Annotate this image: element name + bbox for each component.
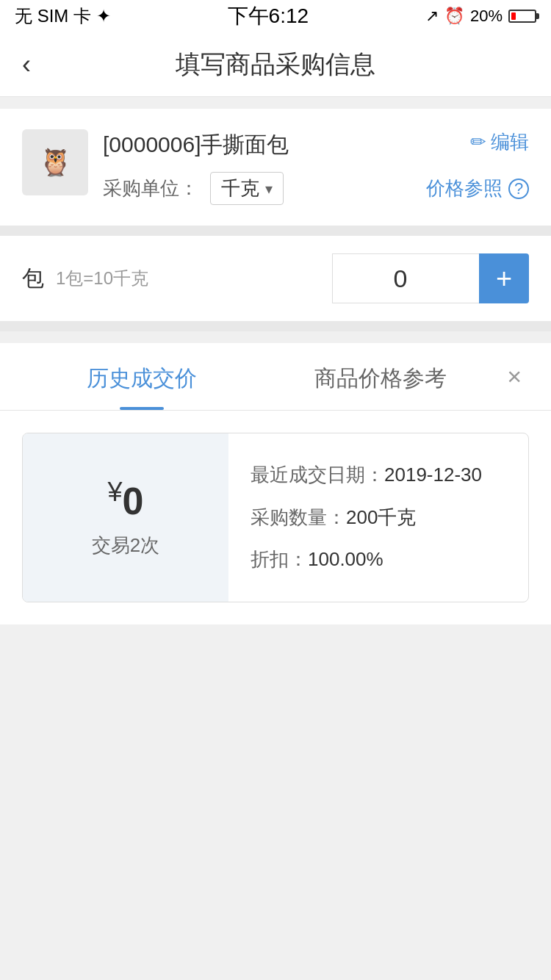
price-ref-label: 价格参照 — [426, 176, 503, 201]
product-left: 🦉 [0000006]手撕面包 采购单位： 千克 ▾ — [22, 129, 426, 205]
bag-label: 包 — [22, 264, 44, 294]
recent-date-label: 最近成交日期： — [251, 464, 384, 486]
battery-icon — [508, 10, 536, 23]
product-info: [0000006]手撕面包 采购单位： 千克 ▾ — [103, 129, 426, 205]
battery-percent: 20% — [470, 7, 503, 26]
dropdown-arrow-icon: ▾ — [265, 180, 273, 198]
edit-label: 编辑 — [491, 129, 529, 155]
bag-ratio: 1包=10千克 — [56, 267, 148, 290]
recent-date-value: 2019-12-30 — [384, 464, 482, 486]
price-value: 0 — [123, 480, 144, 523]
product-header: 🦉 [0000006]手撕面包 采购单位： 千克 ▾ ✏ 编辑 价格参照 — [22, 129, 529, 205]
tab-content: ¥0 交易2次 最近成交日期：2019-12-30 采购数量：200千克 折扣：… — [0, 411, 551, 624]
unit-value: 千克 — [221, 176, 259, 201]
quantity-input-block: + — [332, 253, 529, 303]
quantity-input[interactable] — [332, 253, 479, 303]
quantity-section: 包 1包=10千克 + — [0, 236, 551, 321]
discount-value: 100.00% — [308, 548, 383, 570]
unit-label: 采购单位： — [103, 176, 198, 201]
tab-close-button[interactable]: × — [500, 355, 529, 398]
product-logo-icon: 🦉 — [39, 147, 72, 178]
quantity-label-block: 包 1包=10千克 — [22, 264, 148, 294]
tab-historical-price[interactable]: 历史成交价 — [22, 343, 261, 410]
status-bar: 无 SIM 卡 ✦ 下午6:12 ↗ ⏰ 20% — [0, 0, 551, 32]
alarm-icon: ⏰ — [444, 7, 464, 26]
unit-selector[interactable]: 千克 ▾ — [210, 172, 284, 205]
transaction-summary: ¥0 交易2次 — [23, 433, 228, 602]
tab-product-price-reference[interactable]: 商品价格参考 — [261, 343, 500, 410]
page-title: 填写商品采购信息 — [176, 48, 375, 82]
section-divider-2 — [0, 321, 551, 331]
status-right: ↗ ⏰ 20% — [425, 7, 536, 26]
battery-fill — [511, 12, 516, 20]
recent-date-row: 最近成交日期：2019-12-30 — [251, 460, 506, 491]
tab-header: 历史成交价 商品价格参考 × — [0, 343, 551, 411]
sim-signal: 无 SIM 卡 ✦ — [15, 4, 111, 28]
purchase-quantity-row: 采购数量：200千克 — [251, 502, 506, 533]
main-background — [0, 624, 551, 980]
transaction-price: ¥0 — [108, 477, 144, 523]
edit-button[interactable]: ✏ 编辑 — [470, 129, 529, 155]
discount-label: 折扣： — [251, 548, 308, 570]
product-name: [0000006]手撕面包 — [103, 129, 426, 160]
quantity-label: 采购数量： — [251, 506, 346, 528]
location-icon: ↗ — [425, 7, 439, 26]
discount-row: 折扣：100.00% — [251, 544, 506, 575]
transaction-times: 交易2次 — [92, 533, 159, 558]
status-time: 下午6:12 — [228, 2, 309, 30]
price-reference-button[interactable]: 价格参照 ? — [426, 176, 529, 201]
help-icon: ? — [508, 179, 529, 199]
product-unit-row: 采购单位： 千克 ▾ — [103, 172, 426, 205]
product-section: 🦉 [0000006]手撕面包 采购单位： 千克 ▾ ✏ 编辑 价格参照 — [0, 109, 551, 226]
transaction-card: ¥0 交易2次 最近成交日期：2019-12-30 采购数量：200千克 折扣：… — [22, 433, 529, 602]
section-divider — [0, 226, 551, 236]
quantity-value: 200千克 — [346, 506, 416, 528]
transaction-details: 最近成交日期：2019-12-30 采购数量：200千克 折扣：100.00% — [228, 433, 528, 602]
status-left: 无 SIM 卡 ✦ — [15, 4, 111, 28]
quantity-plus-button[interactable]: + — [479, 253, 529, 303]
edit-icon: ✏ — [470, 131, 486, 154]
back-button[interactable]: ‹ — [15, 42, 38, 87]
nav-bar: ‹ 填写商品采购信息 — [0, 32, 551, 97]
tab-section: 历史成交价 商品价格参考 × ¥0 交易2次 最近成交日期：2019-12-30… — [0, 343, 551, 624]
currency-symbol: ¥ — [108, 477, 123, 507]
product-thumbnail: 🦉 — [22, 129, 88, 195]
